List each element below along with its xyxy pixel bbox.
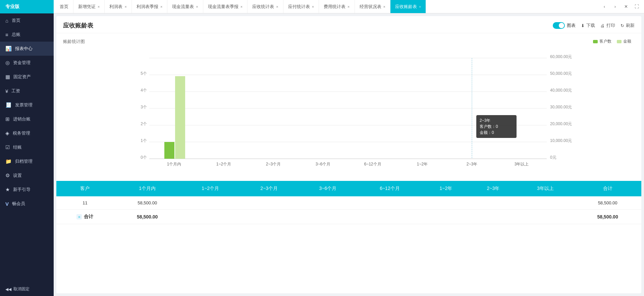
- tab-profit[interactable]: 利润表 ×: [105, 0, 131, 13]
- sidebar-label-settings: 设置: [13, 172, 22, 179]
- sidebar-item-settle[interactable]: ☑ 结账: [0, 140, 54, 154]
- sidebar-item-tax[interactable]: ◈ 税务管理: [0, 126, 54, 140]
- cell-m8-1: [517, 196, 574, 210]
- content-area: 应收账龄表 图表 ⬇ 下载 🖨 打印 ↻ 刷新: [56, 16, 641, 293]
- tab-scroll-right[interactable]: ›: [610, 2, 620, 11]
- cell-m2-1: [181, 196, 240, 210]
- page-title: 应收账龄表: [63, 21, 93, 30]
- header-actions: 图表 ⬇ 下载 🖨 打印 ↻ 刷新: [553, 22, 635, 29]
- gear-icon: ⚙: [5, 172, 10, 179]
- sidebar-label-home: 首页: [12, 17, 20, 23]
- sidebar-item-salary[interactable]: ¥ 工资: [0, 84, 54, 98]
- sidebar-item-invoice[interactable]: 🧾 发票管理: [0, 98, 54, 112]
- sidebar-item-funds[interactable]: ◎ 资金管理: [0, 56, 54, 70]
- tab-cashflow-close[interactable]: ×: [196, 5, 198, 9]
- download-label: 下载: [586, 22, 595, 29]
- cell-m1-1: 58,500.00: [114, 196, 181, 210]
- tab-bar: 首页 新增凭证 × 利润表 × 利润表季报 × 现金流量表 × 现金流量表季报 …: [54, 0, 644, 13]
- toggle-thumb: [559, 23, 564, 28]
- tax-icon: ◈: [5, 130, 9, 136]
- main-area: 首页 新增凭证 × 利润表 × 利润表季报 × 现金流量表 × 现金流量表季报 …: [54, 0, 644, 296]
- tab-profit-quarter-close[interactable]: ×: [160, 5, 162, 9]
- tab-expense-stat-close[interactable]: ×: [347, 5, 350, 9]
- svg-text:30,000.00元: 30,000.00元: [550, 105, 572, 109]
- svg-text:3年以上: 3年以上: [515, 162, 529, 166]
- svg-text:2~3个月: 2~3个月: [266, 162, 281, 166]
- tab-voucher[interactable]: 新增凭证 ×: [73, 0, 105, 13]
- sidebar-item-archive[interactable]: 📁 归档管理: [0, 154, 54, 168]
- tab-profit-label: 利润表: [109, 4, 122, 10]
- cell-total-m5: [357, 210, 422, 224]
- print-button[interactable]: 🖨 打印: [600, 22, 615, 29]
- tab-business-stat[interactable]: 经营状况表 ×: [355, 0, 390, 13]
- tab-scroll-left[interactable]: ‹: [600, 2, 609, 11]
- total-icon: ≡: [76, 214, 82, 219]
- col-m4: 3~6个月: [299, 181, 357, 196]
- home-icon: ⌂: [5, 18, 8, 23]
- svg-text:0个: 0个: [141, 155, 147, 160]
- chart-toggle[interactable]: 图表: [553, 22, 576, 29]
- svg-text:1个月内: 1个月内: [167, 162, 181, 166]
- tab-profit-quarter[interactable]: 利润表季报 ×: [132, 0, 167, 13]
- sidebar-item-ledger[interactable]: ≡ 总账: [0, 28, 54, 42]
- tab-fullscreen[interactable]: ⛶: [632, 2, 641, 11]
- col-customer: 客户: [56, 181, 114, 196]
- tab-home-label: 首页: [60, 4, 68, 10]
- svg-text:金额：0: 金额：0: [480, 130, 494, 135]
- col-m2: 1~2个月: [181, 181, 240, 196]
- tab-ar-stat-close[interactable]: ×: [276, 5, 278, 9]
- total-label-container: ≡ 合计: [60, 214, 110, 220]
- tab-cashflow[interactable]: 现金流量表 ×: [167, 0, 203, 13]
- tab-cashflow-label: 现金流量表: [172, 4, 194, 10]
- tab-business-stat-close[interactable]: ×: [383, 5, 385, 9]
- tab-expense-stat[interactable]: 费用统计表 ×: [319, 0, 355, 13]
- sidebar-pin-toggle[interactable]: ◀◀ 取消固定: [0, 282, 54, 296]
- sidebar-label-assets: 固定资产: [13, 74, 31, 80]
- tab-cashflow-quarter[interactable]: 现金流量表季报 ×: [203, 0, 248, 13]
- tab-home[interactable]: 首页: [55, 0, 73, 13]
- sidebar-item-sales[interactable]: ⊞ 进销台账: [0, 112, 54, 126]
- svg-text:2~3年: 2~3年: [467, 162, 477, 166]
- cell-total-total: 58,500.00: [574, 210, 641, 224]
- app-logo: 专业版: [0, 0, 54, 13]
- invoice-icon: 🧾: [5, 102, 12, 108]
- sidebar-label-salary: 工资: [11, 88, 20, 94]
- tab-business-stat-label: 经营状况表: [360, 4, 381, 10]
- sidebar-item-guide[interactable]: ★ 新手引导: [0, 183, 54, 197]
- sidebar-item-settings[interactable]: ⚙ 设置: [0, 168, 54, 183]
- tab-cashflow-quarter-label: 现金流量表季报: [208, 4, 238, 10]
- sidebar-label-vip: 畅会员: [12, 201, 25, 207]
- page-header: 应收账龄表 图表 ⬇ 下载 🖨 打印 ↻ 刷新: [56, 16, 641, 33]
- tab-ap-stat-close[interactable]: ×: [312, 5, 314, 9]
- guide-icon: ★: [5, 187, 10, 193]
- toggle-track[interactable]: [553, 22, 565, 29]
- sidebar-item-assets[interactable]: ▦ 固定资产: [0, 70, 54, 84]
- sidebar-item-vip[interactable]: V 畅会员: [0, 197, 54, 211]
- tab-ar-aging[interactable]: 应收账龄表 ×: [390, 0, 426, 13]
- tab-ar-aging-close[interactable]: ×: [419, 5, 421, 9]
- sidebar: 专业版 ⌂ 首页 ≡ 总账 📊 报表中心 ◎ 资金管理 ▦ 固定资产 ¥ 工资 …: [0, 0, 54, 296]
- tab-voucher-close[interactable]: ×: [98, 5, 100, 9]
- tab-profit-close[interactable]: ×: [124, 5, 126, 9]
- cell-total-m4: [299, 210, 357, 224]
- tab-ar-stat[interactable]: 应收统计表 ×: [248, 0, 283, 13]
- refresh-button[interactable]: ↻ 刷新: [621, 22, 635, 29]
- ledger-icon: ≡: [5, 32, 8, 38]
- sidebar-label-reports: 报表中心: [15, 46, 33, 52]
- sidebar-item-home[interactable]: ⌂ 首页: [0, 13, 54, 28]
- cell-m6-1: [422, 196, 470, 210]
- cell-total-m1: 58,500.00: [114, 210, 181, 224]
- sidebar-label-guide: 新手引导: [13, 187, 31, 193]
- cell-total-m2: [181, 210, 240, 224]
- svg-text:20,000.00元: 20,000.00元: [550, 121, 572, 126]
- tab-cashflow-quarter-close[interactable]: ×: [240, 5, 243, 9]
- tab-close-all[interactable]: ✕: [621, 2, 631, 11]
- sidebar-item-reports[interactable]: 📊 报表中心: [0, 42, 54, 56]
- tab-ap-stat[interactable]: 应付统计表 ×: [283, 0, 319, 13]
- legend-customers-color: [593, 40, 598, 43]
- settle-icon: ☑: [5, 144, 10, 150]
- download-button[interactable]: ⬇ 下载: [581, 22, 595, 29]
- svg-text:1~2个月: 1~2个月: [216, 162, 231, 166]
- svg-text:2个: 2个: [141, 121, 147, 126]
- col-total: 合计: [574, 181, 641, 196]
